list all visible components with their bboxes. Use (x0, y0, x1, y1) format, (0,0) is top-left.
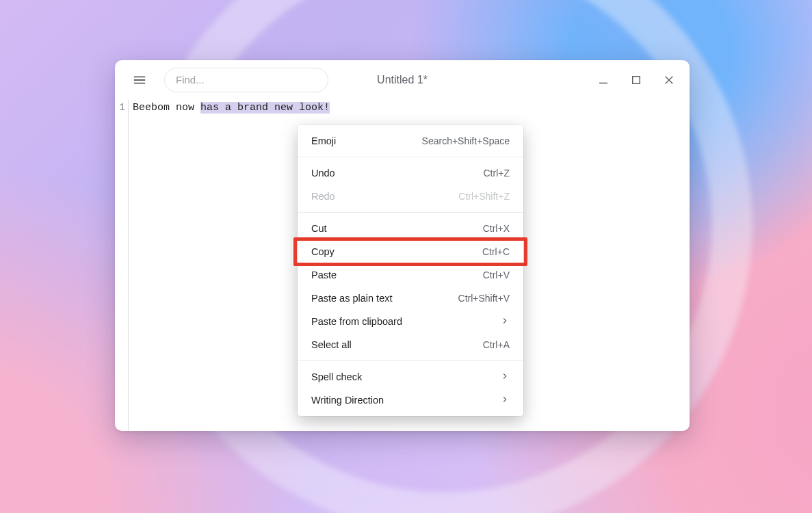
menu-item-label: Redo (311, 191, 335, 202)
find-input[interactable] (176, 74, 317, 86)
line-number: 1 (115, 101, 128, 115)
menu-item-shortcut: Ctrl+V (483, 269, 510, 280)
line-number-gutter: 1 (115, 100, 129, 431)
menu-item-label: Paste as plain text (311, 293, 393, 304)
menu-separator (298, 212, 523, 213)
chevron-right-icon (500, 395, 510, 406)
menu-item-label: Writing Direction (311, 395, 384, 406)
menu-item-paste-from-clipboard[interactable]: Paste from clipboard (298, 310, 523, 333)
menu-button[interactable] (127, 68, 152, 92)
menu-item-label: Select all (311, 339, 352, 350)
chevron-right-icon (500, 316, 510, 328)
hamburger-icon (132, 73, 147, 88)
titlebar: Untitled 1* (115, 60, 690, 100)
menu-item-writing-direction[interactable]: Writing Direction (298, 389, 523, 412)
menu-separator (298, 157, 523, 157)
menu-item-shortcut: Ctrl+A (483, 339, 510, 350)
minimize-button[interactable] (594, 70, 613, 90)
find-field[interactable] (164, 68, 328, 92)
menu-item-label: Undo (311, 168, 335, 179)
chevron-right-icon (500, 371, 510, 383)
menu-item-shortcut: Ctrl+Shift+V (458, 293, 510, 304)
menu-item-label: Spell check (311, 371, 362, 382)
maximize-button[interactable] (627, 70, 646, 90)
menu-item-cut[interactable]: CutCtrl+X (298, 217, 523, 240)
text-selection: has a brand new look! (200, 102, 330, 114)
menu-item-shortcut: Ctrl+Shift+Z (458, 191, 510, 202)
menu-item-paste[interactable]: PasteCtrl+V (298, 263, 523, 287)
menu-separator (298, 360, 523, 361)
menu-item-redo: RedoCtrl+Shift+Z (298, 185, 523, 208)
menu-item-label: Emoji (311, 135, 336, 146)
menu-item-copy[interactable]: CopyCtrl+C (298, 240, 523, 263)
minimize-icon (597, 74, 610, 86)
menu-item-undo[interactable]: UndoCtrl+Z (298, 161, 523, 185)
menu-item-emoji[interactable]: EmojiSearch+Shift+Space (298, 129, 523, 153)
context-menu: EmojiSearch+Shift+SpaceUndoCtrl+ZRedoCtr… (298, 125, 523, 416)
menu-item-label: Copy (311, 246, 335, 257)
menu-item-label: Paste from clipboard (311, 316, 402, 327)
close-icon (663, 74, 675, 86)
window-controls (594, 70, 679, 90)
menu-item-shortcut: Search+Shift+Space (422, 135, 510, 146)
menu-item-label: Paste (311, 269, 337, 280)
menu-item-paste-as-plain-text[interactable]: Paste as plain textCtrl+Shift+V (298, 287, 523, 310)
menu-item-spell-check[interactable]: Spell check (298, 365, 523, 389)
svg-rect-1 (633, 76, 640, 83)
menu-item-shortcut: Ctrl+C (482, 246, 510, 257)
menu-item-label: Cut (311, 223, 327, 234)
menu-item-select-all[interactable]: Select allCtrl+A (298, 333, 523, 356)
close-button[interactable] (659, 70, 679, 90)
document-title: Untitled 1* (377, 74, 428, 86)
text-plain: Beebom now (133, 102, 200, 114)
menu-item-shortcut: Ctrl+Z (484, 168, 510, 179)
maximize-icon (630, 74, 642, 86)
menu-item-shortcut: Ctrl+X (483, 223, 510, 234)
